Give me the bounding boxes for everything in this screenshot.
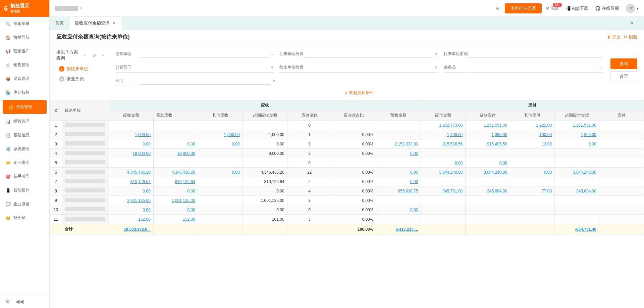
- sidebar-item-member[interactable]: 👑 畅会员: [0, 211, 49, 225]
- unit-category-caret-icon[interactable]: ▼: [434, 52, 438, 56]
- cell-yf-other[interactable]: 0.00: [510, 168, 555, 177]
- cell-ys-prepay[interactable]: 0.00: [376, 149, 421, 158]
- cell-ys-other[interactable]: [198, 158, 243, 168]
- cell-yf-daikuan[interactable]: [466, 205, 510, 215]
- sidebar-item-hardware[interactable]: 📱 智能硬件: [0, 183, 49, 197]
- trial-button[interactable]: 体验行业方案: [505, 3, 542, 13]
- cell-ys-daikuan[interactable]: 810,126.64: [153, 177, 198, 186]
- cell-ys-daikuan[interactable]: [153, 158, 198, 168]
- tab-maximize-icon[interactable]: ⛶: [637, 20, 641, 26]
- tab-close-icon[interactable]: ✕: [112, 20, 116, 26]
- sidebar-item-sales[interactable]: 🛒 销售管理: [0, 58, 49, 72]
- sidebar-item-finance[interactable]: 💰 资金管理: [3, 100, 47, 114]
- cell-yf-overdue[interactable]: [555, 158, 599, 168]
- cell-yf-overdue[interactable]: 1,251,551.00: [555, 121, 599, 130]
- messages-button[interactable]: ✉ 消息 99+: [546, 5, 558, 11]
- cell-ys-daikuan[interactable]: [153, 121, 198, 130]
- cell-ys-prepay[interactable]: 0.00: [376, 177, 421, 186]
- gear-icon[interactable]: ⚙: [494, 5, 501, 12]
- query-button[interactable]: 查询: [610, 58, 637, 69]
- sidebar-item-system[interactable]: ⚙️ 系统管理: [0, 142, 49, 156]
- sidebar-item-collab[interactable]: 🤝 企业协同: [0, 156, 49, 170]
- cell-ys-daikuan[interactable]: 1,001,135.00: [153, 196, 198, 205]
- sidebar-item-nav[interactable]: 🏠 快捷导航: [0, 31, 49, 44]
- th-settings[interactable]: ⚙: [50, 100, 62, 121]
- sidebar-item-marketing[interactable]: 📢 营销推广: [0, 44, 49, 58]
- settings-bottom-icon[interactable]: ⚙: [5, 298, 10, 305]
- cell-yf-daikuan[interactable]: 0.00: [466, 158, 510, 168]
- collapse-button[interactable]: ∧ 收起更多条件: [115, 87, 602, 96]
- cell-ys-other[interactable]: [198, 121, 243, 130]
- cell-yf-overdue[interactable]: 345,684.00: [555, 186, 599, 196]
- cell-ys-amount[interactable]: 0.00: [109, 139, 154, 149]
- cell-ys-amount[interactable]: [109, 121, 154, 130]
- cell-yf-daikuan[interactable]: 1,251,551.00: [466, 121, 510, 130]
- tab-close-all-icon[interactable]: ✕: [630, 20, 634, 26]
- sidebar-item-wechat[interactable]: 💬 企业微信: [0, 197, 49, 211]
- online-service-button[interactable]: 🎧 在线客服: [595, 5, 619, 11]
- cell-ys-prepay[interactable]: 0.00: [376, 168, 421, 177]
- cell-yf-daikuan[interactable]: [466, 177, 510, 186]
- cell-yf-amount[interactable]: 915,508.56: [421, 139, 466, 149]
- fenguan-dept-input[interactable]: [140, 63, 269, 71]
- cell-yf-other[interactable]: 77.00: [510, 186, 555, 196]
- dept-caret-icon[interactable]: ▼: [272, 79, 276, 83]
- sidebar-item-guide[interactable]: 🎯 新手引导: [0, 170, 49, 183]
- cell-ys-prepay[interactable]: [376, 158, 421, 168]
- cell-yf-daikuan[interactable]: 345,684.00: [466, 186, 510, 196]
- footer-ys-amount[interactable]: 19,553,472,6...: [109, 224, 154, 234]
- cell-ys-other[interactable]: 0.00: [198, 139, 243, 149]
- cell-yf-overdue[interactable]: 0.00: [555, 139, 599, 149]
- cell-yf-amount[interactable]: [421, 196, 466, 205]
- footer-yf-overdue[interactable]: -654,751.40: [555, 224, 599, 234]
- cell-yf-amount[interactable]: [421, 149, 466, 158]
- cell-ys-other[interactable]: [198, 215, 243, 224]
- footer-ys-prepay[interactable]: 6,417,215....: [376, 224, 421, 234]
- add-filter-icon[interactable]: ＋: [81, 51, 88, 59]
- nav-by-salesperson[interactable]: ● 按业务员: [56, 75, 106, 83]
- settings-button[interactable]: 设置: [610, 71, 637, 82]
- cell-yf-daikuan[interactable]: [466, 215, 510, 224]
- cell-yf-other[interactable]: [510, 215, 555, 224]
- cell-yf-other[interactable]: [510, 196, 555, 205]
- cell-ys-daikuan[interactable]: 4,345,436.20: [153, 168, 198, 177]
- sidebar-item-search[interactable]: 🔍 搜索菜单: [0, 17, 49, 31]
- cell-ys-prepay[interactable]: [376, 215, 421, 224]
- sidebar-item-basic[interactable]: 📋 基础信息: [0, 128, 49, 142]
- sidebar-item-management[interactable]: 📊 经营管理: [0, 115, 49, 128]
- cell-ys-other[interactable]: [198, 186, 243, 196]
- cell-yf-amount[interactable]: [421, 177, 466, 186]
- cell-yf-overdue[interactable]: [555, 149, 599, 158]
- cell-yf-daikuan[interactable]: [466, 196, 510, 205]
- cell-ys-daikuan[interactable]: 0.00: [153, 205, 198, 215]
- cell-ys-daikuan[interactable]: [153, 130, 198, 139]
- cell-ys-amount[interactable]: 152.00: [109, 215, 154, 224]
- cell-yf-overdue[interactable]: [555, 205, 599, 215]
- cell-ys-amount[interactable]: 1,001,135.00: [109, 196, 154, 205]
- cell-yf-overdue[interactable]: 3,044,240.00: [555, 168, 599, 177]
- salesperson-dots-icon[interactable]: ···: [598, 65, 602, 70]
- cell-yf-amount[interactable]: [421, 205, 466, 215]
- dept-input[interactable]: [140, 77, 271, 85]
- cell-ys-prepay[interactable]: 2,153,333.00: [376, 139, 421, 149]
- cell-yf-amount[interactable]: 1,252,773.00: [421, 121, 466, 130]
- cell-yf-daikuan[interactable]: 1,390.00: [466, 130, 510, 139]
- unit-name-input[interactable]: [468, 50, 602, 58]
- cell-yf-overdue[interactable]: [555, 196, 599, 205]
- cell-ys-prepay[interactable]: [376, 196, 421, 205]
- cell-yf-other[interactable]: [510, 158, 555, 168]
- cell-yf-daikuan[interactable]: [466, 149, 510, 158]
- tab-balance-query[interactable]: 应收应付余额查询 ✕: [69, 17, 122, 30]
- cell-yf-other[interactable]: 100.00: [510, 130, 555, 139]
- sidebar-item-inventory[interactable]: 🏪 库存核算: [0, 86, 49, 99]
- cell-ys-other[interactable]: [198, 196, 243, 205]
- cell-yf-other[interactable]: 1,222.00: [510, 121, 555, 130]
- unit-category-input[interactable]: [304, 50, 433, 58]
- cell-ys-amount[interactable]: [109, 158, 154, 168]
- cell-ys-amount[interactable]: 18,000.00: [109, 149, 154, 158]
- collapse-filter-icon[interactable]: «: [100, 52, 106, 58]
- cell-ys-other[interactable]: [198, 205, 243, 215]
- cell-yf-amount[interactable]: 3,044,240.00: [421, 168, 466, 177]
- cell-ys-other[interactable]: [198, 177, 243, 186]
- cell-ys-other[interactable]: [198, 149, 243, 158]
